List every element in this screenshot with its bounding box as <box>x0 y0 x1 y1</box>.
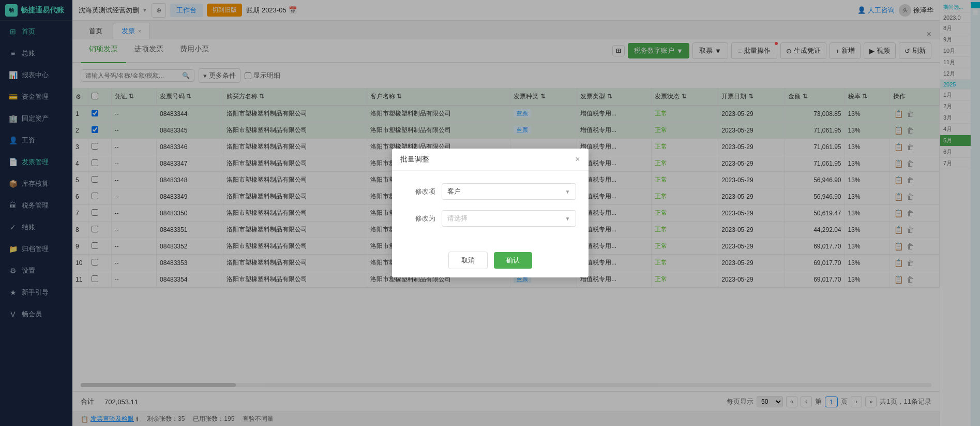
modify-to-arrow: ▼ <box>565 216 570 222</box>
modify-item-value: 客户 <box>447 187 461 196</box>
modify-item-label: 修改项 <box>404 187 435 196</box>
modify-to-select[interactable]: 请选择 ▼ <box>442 210 576 227</box>
batch-adjust-modal: 批量调整 × 修改项 客户 ▼ 修改为 请选择 ▼ 取消 确认 <box>392 149 589 277</box>
modify-item-select[interactable]: 客户 ▼ <box>442 183 576 200</box>
modal-close-btn[interactable]: × <box>575 155 580 164</box>
modal-cancel-btn[interactable]: 取消 <box>448 252 488 269</box>
modal-header: 批量调整 × <box>392 149 589 171</box>
modal-overlay[interactable]: 批量调整 × 修改项 客户 ▼ 修改为 请选择 ▼ 取消 确认 <box>0 0 980 426</box>
modal-title: 批量调整 <box>400 155 429 164</box>
modify-to-placeholder: 请选择 <box>447 214 468 223</box>
modal-body: 修改项 客户 ▼ 修改为 请选择 ▼ <box>392 171 589 245</box>
modify-to-label: 修改为 <box>404 214 435 223</box>
modify-item-arrow: ▼ <box>565 189 570 195</box>
modal-confirm-btn[interactable]: 确认 <box>494 252 532 269</box>
modify-item-row: 修改项 客户 ▼ <box>404 183 576 200</box>
modify-to-row: 修改为 请选择 ▼ <box>404 210 576 227</box>
modal-footer: 取消 确认 <box>392 245 589 277</box>
